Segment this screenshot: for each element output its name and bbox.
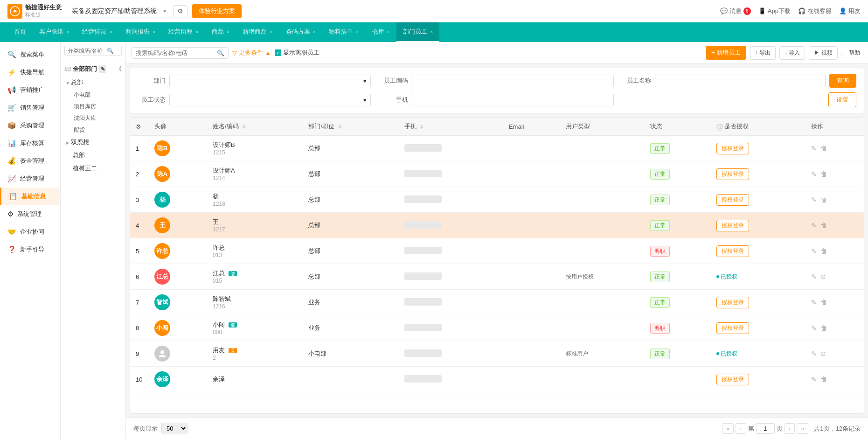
edit-icon[interactable]: ✎: [811, 324, 817, 332]
view-button[interactable]: ▶ 视频: [809, 46, 837, 60]
sidebar-item-guide[interactable]: ❓ 新手引导: [0, 241, 60, 258]
tab-barcode[interactable]: 条码方案 ×: [279, 22, 322, 42]
query-button[interactable]: 查询: [829, 74, 856, 88]
dept-sub-xiaodian[interactable]: 小电部: [70, 89, 125, 101]
import-button[interactable]: ↓ 导入: [779, 46, 805, 60]
delete-icon[interactable]: 🗑: [820, 299, 827, 306]
auth-button[interactable]: 授权登录: [716, 168, 749, 180]
empname-input[interactable]: [655, 75, 826, 87]
copy-icon[interactable]: ⊙: [820, 350, 826, 357]
set-button[interactable]: 设置: [828, 92, 856, 107]
delete-icon[interactable]: 🗑: [820, 170, 827, 178]
tab-warehouse[interactable]: 仓库 ×: [366, 22, 396, 42]
show-resigned-toggle[interactable]: ✓ 显示离职员工: [275, 49, 319, 57]
settings-button[interactable]: ⚙: [173, 5, 187, 17]
sidebar-item-system[interactable]: ⚙ 系统管理: [0, 205, 60, 223]
tab-customer[interactable]: 客户联络 ×: [33, 22, 76, 42]
col-dept[interactable]: 部门/职位: [303, 118, 398, 136]
collapse-icon[interactable]: 《: [116, 65, 122, 73]
dept-sub-shenyang[interactable]: 沈阳大库: [70, 112, 125, 124]
auth-button[interactable]: 授权登录: [716, 297, 749, 308]
dept-select[interactable]: ▾: [169, 75, 371, 87]
per-page-select[interactable]: 50 20 100: [161, 423, 187, 434]
edit-icon[interactable]: ✎: [811, 350, 817, 357]
edit-icon[interactable]: ✎: [811, 247, 817, 255]
message-item[interactable]: 💬 消息 6: [720, 7, 751, 15]
more-filter-btn[interactable]: ▽ 更多条件 ▲: [232, 49, 271, 57]
tab-new-goods[interactable]: 新增商品 ×: [236, 22, 279, 42]
col-settings[interactable]: ⚙: [130, 118, 149, 136]
tab-goods[interactable]: 商品 ×: [205, 22, 236, 42]
auth-button[interactable]: 授权登录: [716, 245, 749, 257]
auth-button[interactable]: 授权登录: [716, 322, 749, 334]
dept-node-planting[interactable]: 植树王二: [61, 162, 125, 175]
sidebar-item-sales[interactable]: 🛒 销售管理: [0, 99, 60, 117]
delete-icon[interactable]: 🗑: [820, 196, 827, 203]
prev-page-button[interactable]: ‹: [736, 423, 746, 434]
next-page-button[interactable]: ›: [785, 423, 795, 434]
tab-profit[interactable]: 利润报告 ×: [119, 22, 162, 42]
sidebar-item-inventory[interactable]: 📊 库存核算: [0, 134, 60, 152]
trial-button[interactable]: 体验行业方案: [192, 4, 242, 18]
delete-icon[interactable]: 🗑: [820, 324, 827, 332]
close-icon[interactable]: ×: [66, 29, 69, 35]
auth-button[interactable]: 授权登录: [716, 374, 749, 385]
last-page-button[interactable]: »: [797, 423, 808, 434]
close-icon[interactable]: ×: [270, 29, 272, 35]
first-page-button[interactable]: «: [722, 423, 734, 434]
dept-all-edit[interactable]: ✎: [99, 65, 106, 73]
tab-bom[interactable]: 物料清单 ×: [322, 22, 365, 42]
edit-icon[interactable]: ✎: [811, 196, 817, 203]
sidebar-item-quicknav[interactable]: ⚡ 快捷导航: [0, 63, 60, 81]
status-select[interactable]: ▾: [169, 94, 371, 106]
user-item[interactable]: 👤 用友: [839, 7, 861, 15]
close-icon[interactable]: ×: [387, 29, 390, 35]
auth-button[interactable]: 授权登录: [716, 220, 749, 231]
help-button[interactable]: 帮助: [847, 47, 862, 59]
close-icon[interactable]: ×: [153, 29, 155, 35]
delete-icon[interactable]: 🗑: [820, 222, 827, 229]
sidebar-item-finance[interactable]: 💰 资金管理: [0, 152, 60, 170]
phone-input[interactable]: [412, 94, 613, 106]
sidebar-item-operations[interactable]: 📈 经营管理: [0, 170, 60, 188]
add-employee-button[interactable]: + 新增员工: [706, 46, 746, 60]
col-name[interactable]: 姓名/编码: [207, 118, 303, 136]
close-icon[interactable]: ×: [356, 29, 359, 35]
search-input[interactable]: [136, 49, 215, 56]
auth-button[interactable]: 授权登录: [716, 143, 749, 154]
edit-icon[interactable]: ✎: [811, 222, 817, 229]
auth-button[interactable]: 授权登录: [716, 194, 749, 206]
dept-sub-project[interactable]: 项目库房: [70, 101, 125, 112]
edit-icon[interactable]: ✎: [811, 145, 817, 152]
delete-icon[interactable]: 🗑: [820, 145, 827, 152]
close-icon[interactable]: ×: [430, 29, 433, 35]
app-download-item[interactable]: 📱 App下载: [758, 7, 791, 15]
dept-node-zongbu[interactable]: ▾ 总部: [61, 76, 125, 89]
dept-search-input[interactable]: [68, 48, 105, 54]
tab-dept-staff[interactable]: 部门员工 ×: [396, 22, 439, 42]
dept-node-shuanglv[interactable]: ▸ 双鹿想: [61, 136, 125, 149]
sidebar-item-marketing[interactable]: 📢 营销推广: [0, 81, 60, 99]
tab-history[interactable]: 经营历程 ×: [162, 22, 205, 42]
info-icon[interactable]: ⓘ: [716, 124, 723, 131]
tab-operations[interactable]: 经营情况 ×: [76, 22, 118, 42]
sidebar-item-basic[interactable]: 📋 基础信息: [0, 188, 60, 205]
delete-icon[interactable]: 🗑: [820, 247, 827, 255]
sidebar-item-search[interactable]: 🔍 搜索菜单: [0, 46, 60, 63]
delete-icon[interactable]: 🗑: [820, 376, 827, 383]
dept-sub-peihuo[interactable]: 配货: [70, 124, 125, 136]
search-icon[interactable]: 🔍: [217, 49, 224, 56]
sidebar-item-purchase[interactable]: 📦 采购管理: [0, 117, 60, 134]
close-icon[interactable]: ×: [109, 29, 112, 35]
sidebar-item-collab[interactable]: 🤝 企业协同: [0, 223, 60, 241]
dept-all-item[interactable]: ## 全部部门 ✎ 《: [61, 62, 125, 76]
page-input[interactable]: [756, 423, 775, 434]
edit-icon[interactable]: ✎: [811, 299, 817, 306]
edit-icon[interactable]: ✎: [811, 273, 817, 280]
close-icon[interactable]: ×: [195, 29, 198, 35]
empcode-input[interactable]: [412, 75, 613, 87]
close-icon[interactable]: ×: [313, 29, 316, 35]
export-button[interactable]: ↑ 导出: [750, 46, 776, 60]
copy-icon[interactable]: ⊙: [820, 273, 826, 280]
col-phone[interactable]: 手机: [399, 118, 503, 136]
